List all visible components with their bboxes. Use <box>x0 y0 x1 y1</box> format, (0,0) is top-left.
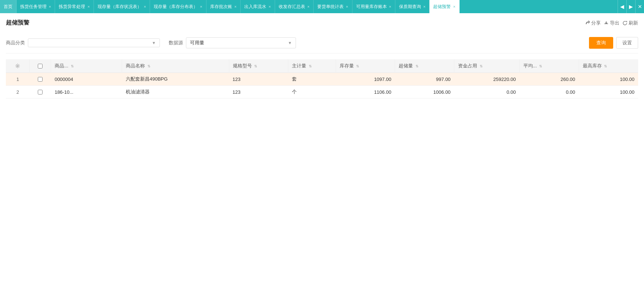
nav-prev-button[interactable]: ◀ <box>618 0 626 13</box>
sort-icon-code[interactable]: ⇅ <box>71 64 74 68</box>
nav-close-icon-7[interactable]: × <box>307 4 310 9</box>
cell-capital-0: 259220.00 <box>454 73 520 86</box>
th-code-label: 商品... <box>55 63 68 68</box>
th-maxstock: 最高库存 ⇅ <box>579 59 638 73</box>
cell-checkbox-1 <box>30 86 51 99</box>
category-select[interactable]: ▼ <box>28 38 160 47</box>
sort-icon-spec[interactable]: ⇅ <box>254 64 257 68</box>
nav-close-button[interactable]: ✕ <box>635 0 644 13</box>
nav-item-1[interactable]: 拣货任务管理 × <box>17 0 55 13</box>
nav-close-icon-10[interactable]: × <box>423 4 425 9</box>
th-stock: 库存量 ⇅ <box>336 59 395 73</box>
sort-icon-unit[interactable]: ⇅ <box>309 64 312 68</box>
nav-item-9[interactable]: 可用量库存账本 × <box>352 0 395 13</box>
page-header: 超储预警 分享 导出 刷新 <box>6 19 638 27</box>
th-capital: 资金占用 ⇅ <box>454 59 520 73</box>
cell-maxstock-1: 100.00 <box>579 86 638 99</box>
sort-icon-name[interactable]: ⇅ <box>147 64 150 68</box>
sort-icon-stock[interactable]: ⇅ <box>356 64 359 68</box>
cell-stock-1: 1106.00 <box>336 86 395 99</box>
row-checkbox-1[interactable] <box>38 90 43 94</box>
nav-close-icon-8[interactable]: × <box>346 4 348 9</box>
cell-name-0: 六配套新昌490BPG <box>122 73 229 86</box>
cell-unit-1: 个 <box>288 86 336 99</box>
th-avg: 平均... ⇅ <box>519 59 579 73</box>
cell-over-1: 1006.00 <box>395 86 454 99</box>
nav-arrows: ◀ ▶ ✕ <box>618 0 644 13</box>
cell-unit-0: 套 <box>288 73 336 86</box>
nav-close-icon-4[interactable]: × <box>200 4 202 9</box>
nav-item-10[interactable]: 保质期查询 × <box>395 0 429 13</box>
cell-spec-1: 123 <box>229 86 288 99</box>
sort-icon-avg[interactable]: ⇅ <box>539 64 542 68</box>
cell-index-0: 1 <box>6 73 30 86</box>
nav-close-icon-3[interactable]: × <box>144 4 146 9</box>
share-button[interactable]: 分享 <box>585 20 601 26</box>
cell-code-0: 0000004 <box>51 73 122 86</box>
page-content: 超储预警 分享 导出 刷新 <box>0 13 644 293</box>
sort-icon-capital[interactable]: ⇅ <box>480 64 483 68</box>
row-checkbox-0[interactable] <box>38 77 43 82</box>
refresh-icon <box>622 21 627 26</box>
select-all-checkbox[interactable] <box>38 64 43 68</box>
cell-spec-0: 123 <box>229 73 288 86</box>
cell-stock-0: 1097.00 <box>336 73 395 86</box>
nav-next-button[interactable]: ▶ <box>626 0 635 13</box>
table-header-row: 商品... ⇅ 商品名称 ⇅ 规格型号 ⇅ 主计量 ⇅ 库存量 ⇅ <box>6 59 638 73</box>
cell-maxstock-0: 100.00 <box>579 73 638 86</box>
cell-index-1: 2 <box>6 86 30 99</box>
nav-item-11[interactable]: 超储预警 × <box>429 0 459 13</box>
nav-item-8[interactable]: 要货单统计表 × <box>314 0 352 13</box>
filter-actions: 查询 设置 <box>589 37 638 49</box>
nav-close-icon-1[interactable]: × <box>49 4 51 9</box>
nav-close-icon-9[interactable]: × <box>389 4 391 9</box>
cell-capital-1: 0.00 <box>454 86 520 99</box>
nav-item-5[interactable]: 库存批次账 × <box>206 0 241 13</box>
datasource-select-text: 可用量 <box>190 40 204 46</box>
query-button[interactable]: 查询 <box>589 37 613 49</box>
chevron-down-icon-2: ▼ <box>288 41 292 45</box>
category-filter: 商品分类 ▼ <box>6 38 160 47</box>
th-maxstock-label: 最高库存 <box>583 63 602 68</box>
cell-code-1: 186-10... <box>51 86 122 99</box>
datasource-filter: 数据源 可用量 ▼ <box>169 37 296 48</box>
category-label: 商品分类 <box>6 40 25 46</box>
chevron-down-icon: ▼ <box>152 41 156 45</box>
gear-icon[interactable] <box>15 63 20 68</box>
page-title: 超储预警 <box>6 19 29 27</box>
nav-close-icon-11[interactable]: × <box>453 4 455 9</box>
nav-close-icon-2[interactable]: × <box>87 4 89 9</box>
datasource-select[interactable]: 可用量 ▼ <box>186 37 296 48</box>
nav-item-2[interactable]: 拣货异常处理 × <box>55 0 94 13</box>
refresh-button[interactable]: 刷新 <box>622 20 638 26</box>
cell-over-0: 997.00 <box>395 73 454 86</box>
header-actions: 分享 导出 刷新 <box>585 20 638 26</box>
th-spec-label: 规格型号 <box>233 63 252 68</box>
nav-close-icon-6[interactable]: × <box>268 4 271 9</box>
th-over-label: 超储量 <box>399 63 413 68</box>
th-unit: 主计量 ⇅ <box>288 59 336 73</box>
table-row: 2 186-10... 机油滤清器 123 个 1106.00 1006.00 … <box>6 86 638 99</box>
nav-item-4[interactable]: 现存量（库存分布表） × <box>150 0 206 13</box>
th-avg-label: 平均... <box>523 63 537 68</box>
nav-close-icon-5[interactable]: × <box>234 4 237 9</box>
cell-avg-0: 260.00 <box>519 73 579 86</box>
cell-avg-1: 0.00 <box>519 86 579 99</box>
top-nav: 首页拣货任务管理 ×拣货异常处理 ×现存量（库存状况表） ×现存量（库存分布表）… <box>0 0 644 13</box>
th-name-label: 商品名称 <box>126 63 145 68</box>
nav-item-6[interactable]: 出入库流水 × <box>241 0 275 13</box>
nav-item-7[interactable]: 收发存汇总表 × <box>275 0 314 13</box>
nav-item-3[interactable]: 现存量（库存状况表） × <box>94 0 150 13</box>
sort-icon-over[interactable]: ⇅ <box>416 64 418 68</box>
table-row: 1 0000004 六配套新昌490BPG 123 套 1097.00 997.… <box>6 73 638 86</box>
th-spec: 规格型号 ⇅ <box>229 59 288 73</box>
datasource-label: 数据源 <box>169 40 183 46</box>
export-icon <box>604 21 609 26</box>
export-button[interactable]: 导出 <box>604 20 619 26</box>
th-over: 超储量 ⇅ <box>395 59 454 73</box>
settings-button[interactable]: 设置 <box>616 37 638 49</box>
share-icon <box>585 21 590 26</box>
nav-item-0[interactable]: 首页 <box>0 0 17 13</box>
th-name: 商品名称 ⇅ <box>122 59 229 73</box>
sort-icon-maxstock[interactable]: ⇅ <box>604 64 607 68</box>
